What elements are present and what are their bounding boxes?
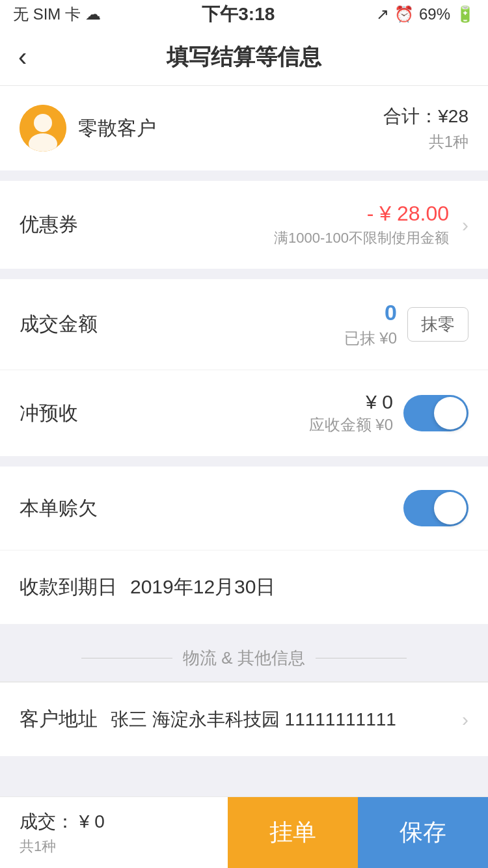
customer-count: 共1种 [383, 131, 468, 152]
coupon-value: - ¥ 28.00 [274, 202, 449, 226]
coupon-sub: 满1000-100不限制使用金额 [274, 228, 449, 248]
coupon-label: 优惠券 [20, 211, 78, 238]
customer-name: 零散客户 [78, 115, 156, 142]
prepayment-label: 冲预收 [20, 400, 78, 427]
svg-point-1 [34, 114, 52, 132]
location-icon: ↗ [376, 5, 389, 23]
already-rounded: 已抹 ¥0 [344, 328, 397, 349]
address-label: 客户地址 [20, 706, 98, 733]
customer-avatar [20, 105, 66, 152]
credit-label: 本单赊欠 [20, 495, 98, 522]
deal-amount-value: 0 [344, 300, 397, 325]
customer-info-left: 零散客户 [20, 105, 156, 152]
prepayment-value-area: ¥ 0 应收金额 ¥0 [309, 391, 393, 435]
deal-amount-right: 0 已抹 ¥0 抹零 [344, 300, 468, 349]
credit-row: 本单赊欠 [0, 467, 488, 550]
credit-toggle[interactable] [403, 490, 468, 526]
status-time: 下午3:18 [202, 2, 275, 27]
prepayment-value: ¥ 0 [309, 391, 393, 413]
nav-bar: ‹ 填写结算等信息 [0, 29, 488, 86]
main-content: 零散客户 合计：¥28 共1种 优惠券 - ¥ 28.00 满1000-100不… [0, 86, 488, 834]
customer-total: 合计：¥28 [383, 104, 468, 129]
toggle-knob [434, 397, 467, 429]
customer-section: 零散客户 合计：¥28 共1种 [0, 86, 488, 170]
address-row[interactable]: 客户地址 张三 海淀永丰科技园 11111111111 › [0, 683, 488, 756]
deal-amount-row: 成交金额 0 已抹 ¥0 抹零 [0, 279, 488, 370]
chevron-right-icon: › [462, 214, 468, 236]
divider-3 [0, 456, 488, 467]
status-bar: 无 SIM 卡 ☁ 下午3:18 ↗ ⏰ 69% 🔋 [0, 0, 488, 29]
back-button[interactable]: ‹ [18, 42, 27, 72]
divider-2 [0, 269, 488, 279]
battery-level: 69% [419, 5, 450, 23]
bottom-bar: 成交： ¥ 0 共1种 挂单 保存 [0, 796, 488, 868]
alarm-icon: ⏰ [394, 5, 414, 23]
deal-amount-label: 成交金额 [20, 311, 98, 338]
logistics-label-text: 物流 & 其他信息 [183, 647, 305, 670]
save-label: 保存 [400, 817, 446, 848]
logistics-section-label: 物流 & 其他信息 [0, 634, 488, 681]
coupon-right: - ¥ 28.00 满1000-100不限制使用金额 › [274, 202, 468, 248]
duedate-row: 收款到期日 2019年12月30日 [0, 550, 488, 624]
divider-4 [0, 624, 488, 634]
customer-summary: 合计：¥28 共1种 [383, 104, 468, 152]
coupon-value-area: - ¥ 28.00 满1000-100不限制使用金额 [274, 202, 449, 248]
credit-toggle-knob [434, 492, 467, 524]
battery-icon: 🔋 [455, 5, 475, 23]
divider-1 [0, 170, 488, 181]
page-title: 填写结算等信息 [167, 42, 321, 72]
save-button[interactable]: 保存 [358, 797, 488, 869]
bottom-deal-amount: 成交： ¥ 0 [20, 809, 208, 834]
deal-section: 成交金额 0 已抹 ¥0 抹零 冲预收 ¥ 0 应收金额 ¥0 [0, 279, 488, 456]
duedate-label: 收款到期日 [20, 574, 117, 601]
prepayment-row: 冲预收 ¥ 0 应收金额 ¥0 [0, 370, 488, 456]
deal-amount-value-area: 0 已抹 ¥0 [344, 300, 397, 349]
sim-status: 无 SIM 卡 ☁ [13, 4, 101, 25]
hang-order-button[interactable]: 挂单 [228, 797, 358, 869]
prepayment-right: ¥ 0 应收金额 ¥0 [309, 391, 468, 435]
prepayment-toggle[interactable] [403, 395, 468, 431]
status-right: ↗ ⏰ 69% 🔋 [376, 5, 475, 23]
address-value: 张三 海淀永丰科技园 11111111111 [111, 707, 459, 732]
bottom-summary: 成交： ¥ 0 共1种 [0, 809, 228, 856]
prepayment-sub: 应收金额 ¥0 [309, 414, 393, 435]
coupon-row[interactable]: 优惠券 - ¥ 28.00 满1000-100不限制使用金额 › [0, 181, 488, 269]
hang-order-label: 挂单 [269, 817, 316, 848]
duedate-value: 2019年12月30日 [130, 574, 275, 601]
round-zero-button[interactable]: 抹零 [407, 307, 468, 342]
address-chevron-icon: › [462, 709, 468, 731]
status-left: 无 SIM 卡 ☁ [13, 4, 101, 25]
coupon-section: 优惠券 - ¥ 28.00 满1000-100不限制使用金额 › [0, 181, 488, 269]
bottom-item-count: 共1种 [20, 837, 208, 856]
